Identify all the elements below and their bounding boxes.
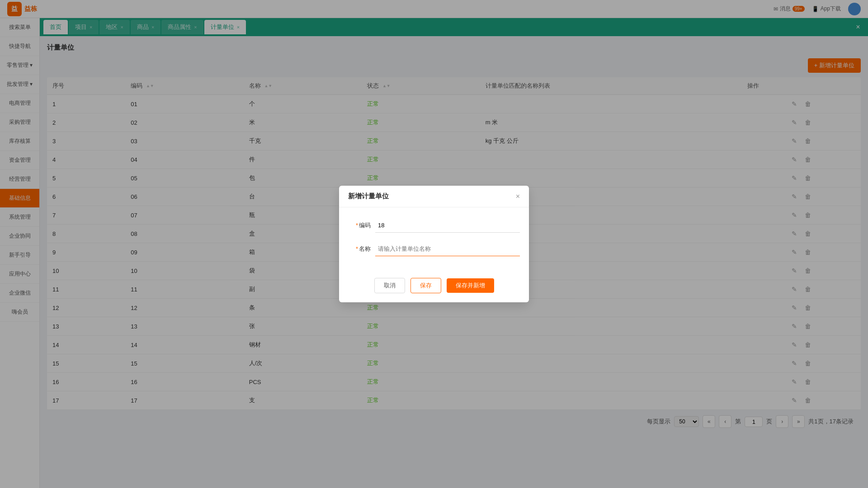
modal-title: 新增计量单位 (348, 192, 389, 201)
modal-add-unit: 新增计量单位 × *编码 *名称 取消 保存 保存并新增 (339, 186, 529, 302)
modal-footer: 取消 保存 保存并新增 (339, 272, 529, 302)
form-label-name: *名称 (348, 245, 371, 253)
code-input[interactable] (375, 218, 520, 233)
form-label-code: *编码 (348, 221, 371, 230)
save-button[interactable]: 保存 (410, 278, 441, 293)
required-star-code: * (356, 222, 358, 229)
form-row-name: *名称 (348, 242, 520, 256)
modal-header: 新增计量单位 × (339, 186, 529, 207)
cancel-button[interactable]: 取消 (374, 278, 405, 293)
save-and-new-button[interactable]: 保存并新增 (447, 278, 494, 293)
modal-close-button[interactable]: × (516, 192, 520, 201)
required-star-name: * (356, 245, 358, 252)
modal-body: *编码 *名称 (339, 207, 529, 272)
name-input[interactable] (375, 242, 520, 256)
form-row-code: *编码 (348, 218, 520, 233)
modal-overlay[interactable]: 新增计量单位 × *编码 *名称 取消 保存 保存并新增 (0, 0, 868, 488)
